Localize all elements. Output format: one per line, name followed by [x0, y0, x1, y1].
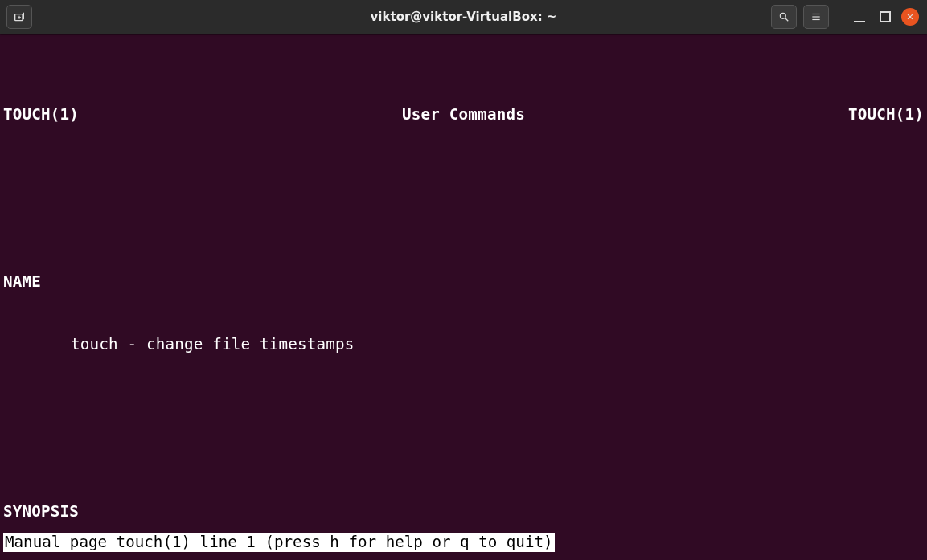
new-tab-icon	[13, 10, 26, 23]
maximize-icon	[876, 7, 895, 27]
window-titlebar: viktor@viktor-VirtualBox: ~	[0, 0, 927, 34]
name-line: touch - change file timestamps	[3, 334, 924, 355]
man-header-right: TOUCH(1)	[848, 104, 924, 125]
menu-button[interactable]	[803, 5, 829, 29]
maximize-button[interactable]	[876, 7, 895, 27]
section-name-heading: NAME	[3, 272, 924, 292]
man-status-line: Manual page touch(1) line 1 (press h for…	[3, 533, 555, 552]
man-header-left: TOUCH(1)	[3, 104, 79, 125]
minimize-button[interactable]	[850, 7, 869, 27]
titlebar-right-controls	[771, 5, 927, 29]
hamburger-icon	[810, 11, 822, 22]
man-header-center: User Commands	[402, 104, 525, 125]
man-header: TOUCH(1) User Commands TOUCH(1)	[3, 100, 924, 125]
close-button[interactable]	[901, 8, 919, 26]
close-icon	[906, 13, 914, 21]
svg-rect-7	[880, 12, 890, 22]
svg-point-1	[780, 13, 785, 18]
section-synopsis-heading: SYNOPSIS	[3, 501, 924, 522]
search-icon	[778, 11, 790, 22]
terminal-viewport[interactable]: TOUCH(1) User Commands TOUCH(1) NAME tou…	[0, 34, 927, 560]
new-tab-button[interactable]	[6, 5, 32, 29]
search-button[interactable]	[771, 5, 797, 29]
minimize-icon	[850, 7, 869, 27]
svg-line-2	[785, 18, 789, 22]
